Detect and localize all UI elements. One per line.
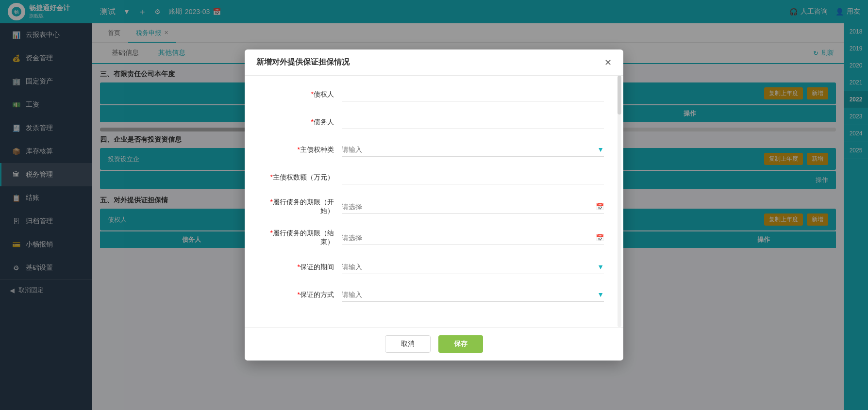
save-button[interactable]: 保存 bbox=[438, 335, 483, 353]
date-period-end-wrapper: 📅 bbox=[342, 231, 604, 245]
modal-body: *债权人 *债务人 *主债权种类 ▼ bbox=[245, 76, 623, 327]
label-debt-amount: *主债权数额（万元） bbox=[264, 173, 342, 182]
required-star-debt-amount: * bbox=[270, 173, 273, 181]
modal-dialog: 新增对外提供保证担保情况 ✕ *债权人 *债务人 bbox=[245, 49, 623, 361]
label-debtor: *债务人 bbox=[264, 118, 342, 127]
required-star-period-start: * bbox=[270, 198, 273, 206]
input-debtor[interactable] bbox=[342, 115, 604, 129]
label-period-start: *履行债务的期限（开始） bbox=[264, 198, 342, 215]
form-row-debt-type: *主债权种类 ▼ bbox=[264, 143, 604, 157]
label-period-end: *履行债务的期限（结束） bbox=[264, 229, 342, 246]
select-guarantee-method-wrapper: ▼ bbox=[342, 288, 604, 302]
input-period-start[interactable] bbox=[342, 200, 596, 213]
modal-scrollbar-track bbox=[618, 76, 621, 327]
label-guarantee-period: *保证的期间 bbox=[264, 263, 342, 272]
chevron-down-icon-guarantee-period[interactable]: ▼ bbox=[597, 263, 604, 271]
modal-close-button[interactable]: ✕ bbox=[604, 58, 612, 67]
required-star-creditor: * bbox=[311, 90, 314, 98]
label-guarantee-method: *保证的方式 bbox=[264, 291, 342, 299]
chevron-down-icon-guarantee-method[interactable]: ▼ bbox=[597, 291, 604, 298]
modal-title: 新增对外提供保证担保情况 bbox=[256, 57, 350, 67]
label-debt-type: *主债权种类 bbox=[264, 146, 342, 154]
required-star-period-end: * bbox=[270, 229, 273, 237]
form-row-creditor: *债权人 bbox=[264, 87, 604, 101]
calendar-icon-period-end[interactable]: 📅 bbox=[596, 234, 604, 242]
input-debt-amount[interactable] bbox=[342, 170, 604, 184]
chevron-down-icon-debt-type[interactable]: ▼ bbox=[597, 146, 604, 153]
date-period-start-wrapper: 📅 bbox=[342, 200, 604, 214]
form-row-period-end: *履行债务的期限（结束） 📅 bbox=[264, 229, 604, 246]
form-row-debt-amount: *主债权数额（万元） bbox=[264, 170, 604, 184]
select-guarantee-period-wrapper: ▼ bbox=[342, 260, 604, 274]
form-row-period-start: *履行债务的期限（开始） 📅 bbox=[264, 198, 604, 215]
input-guarantee-period[interactable] bbox=[342, 260, 597, 274]
modal-scrollbar-thumb bbox=[618, 76, 621, 115]
label-creditor: *债权人 bbox=[264, 90, 342, 99]
calendar-icon-period-start[interactable]: 📅 bbox=[596, 203, 604, 211]
modal-header: 新增对外提供保证担保情况 ✕ bbox=[245, 49, 623, 76]
required-star-debtor: * bbox=[311, 118, 314, 126]
cancel-button[interactable]: 取消 bbox=[385, 335, 431, 353]
required-star-guarantee-period: * bbox=[298, 263, 300, 271]
form-row-guarantee-period: *保证的期间 ▼ bbox=[264, 260, 604, 274]
required-star-debt-type: * bbox=[298, 146, 300, 153]
modal-overlay: 新增对外提供保证担保情况 ✕ *债权人 *债务人 bbox=[0, 0, 868, 410]
modal-footer: 取消 保存 bbox=[245, 327, 623, 361]
form-row-debtor: *债务人 bbox=[264, 115, 604, 129]
required-star-guarantee-method: * bbox=[298, 291, 300, 298]
form-row-guarantee-method: *保证的方式 ▼ bbox=[264, 288, 604, 302]
input-period-end[interactable] bbox=[342, 231, 596, 245]
input-creditor[interactable] bbox=[342, 87, 604, 101]
input-debt-type[interactable] bbox=[342, 143, 597, 156]
select-debt-type-wrapper: ▼ bbox=[342, 143, 604, 157]
input-guarantee-method[interactable] bbox=[342, 288, 597, 301]
